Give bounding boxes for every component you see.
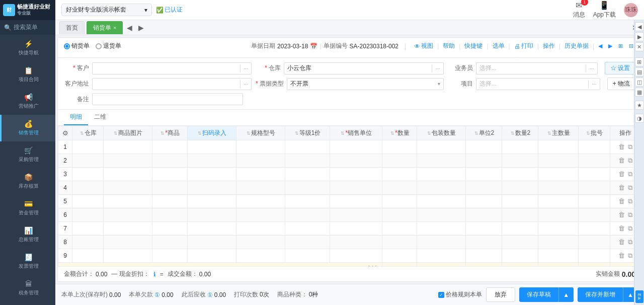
rf-col-btn[interactable]: ◫ (635, 78, 644, 87)
rf-close-btn[interactable]: ✕ (635, 42, 644, 51)
tab-detail[interactable]: 明细 (64, 110, 88, 125)
set-btn[interactable]: ☆ 设置 (605, 62, 635, 74)
debt-info-icon[interactable]: ① (154, 291, 160, 298)
rf-list-btn[interactable]: ▤ (635, 67, 644, 77)
sidebar-item-tax[interactable]: 🏛 税务管理 (0, 275, 55, 301)
table-container[interactable]: ⚙ ⇅仓库 ⇅商品图片 ⇅*商品 (58, 126, 641, 266)
shortcut-btn[interactable]: 快捷键 (462, 41, 485, 51)
calendar-icon[interactable]: 📅 (310, 43, 317, 50)
tab-home[interactable]: 首页 (59, 21, 85, 34)
sidebar-item-quick-nav[interactable]: ⚡ 快捷导航 (0, 35, 55, 61)
customer-input[interactable]: ··· (92, 62, 252, 74)
sidebar-item-sales[interactable]: 💰 销售管理 (0, 115, 55, 141)
row-delete-btn[interactable]: 🗑 (617, 251, 626, 260)
row-copy-btn[interactable]: ⧉ (626, 224, 634, 233)
tab-sale-order[interactable]: 销货单 × (87, 21, 123, 34)
sidebar-item-accounting[interactable]: 📊 总账管理 (0, 221, 55, 248)
next-record-btn[interactable]: ▶ (606, 42, 614, 50)
row-copy-btn[interactable]: ⧉ (626, 156, 634, 165)
col-sort-icon4[interactable]: ⇅ (198, 131, 202, 136)
sidebar-item-invoice[interactable]: 🧾 发票管理 (0, 248, 55, 275)
remark-input[interactable] (92, 93, 243, 105)
table-row[interactable]: 7🗑⧉ (58, 222, 641, 236)
table-row[interactable]: 1🗑⧉ (58, 140, 641, 154)
help-btn[interactable]: 帮助 (441, 41, 457, 51)
table-row[interactable]: 9🗑⧉ (58, 249, 641, 263)
save-new-btn[interactable]: 保存并新增 (578, 287, 623, 302)
col-sort-icon[interactable]: ⇅ (80, 131, 84, 136)
warehouse-input[interactable]: 小云仓库 ··· (284, 62, 443, 74)
radio-return[interactable]: 退货单 (96, 42, 121, 50)
save-draft-arrow-btn[interactable]: ▲ (558, 287, 574, 302)
project-input[interactable]: 选择... ··· (476, 78, 600, 90)
col-sort-icon3[interactable]: ⇅ (160, 131, 165, 136)
history-btn[interactable]: 历史单据 (562, 41, 591, 51)
row-delete-btn[interactable]: 🗑 (617, 183, 626, 192)
warehouse-lookup-btn[interactable]: ··· (432, 64, 443, 72)
rf-table-btn[interactable]: ▦ (635, 88, 644, 97)
row-delete-btn[interactable]: 🗑 (617, 156, 626, 165)
sidebar-item-marketing[interactable]: 📢 营销推广 (0, 88, 55, 115)
row-copy-btn[interactable]: ⧉ (626, 238, 634, 247)
rf-blue-bar[interactable]: Ea (635, 290, 643, 303)
tab-2d[interactable]: 二维 (88, 110, 112, 125)
row-delete-btn[interactable]: 🗑 (617, 197, 626, 205)
table-row[interactable]: 8🗑⧉ (58, 236, 641, 249)
rf-next-btn[interactable]: ▶ (635, 32, 644, 41)
list-view-btn[interactable]: ⊞ (616, 42, 625, 50)
salesperson-lookup-btn[interactable]: ··· (586, 64, 597, 72)
row-copy-btn[interactable]: ⧉ (626, 210, 634, 219)
tab-prev-btn[interactable]: ◀ (125, 23, 134, 33)
sidebar-item-purchase[interactable]: 🛒 采购管理 (0, 141, 55, 168)
rf-grid-btn[interactable]: ⊞ (635, 57, 644, 66)
col-sort-icon13[interactable]: ⇅ (586, 131, 590, 136)
row-delete-btn[interactable]: 🗑 (617, 142, 626, 151)
col-sort-icon2[interactable]: ⇅ (114, 131, 118, 136)
customer-text-input[interactable] (93, 63, 240, 73)
sidebar-search[interactable]: 🔍 搜索菜单 (0, 20, 55, 35)
app-download-btn[interactable]: 📱 App下载 (593, 1, 616, 19)
table-row[interactable]: 4🗑⧉ (58, 181, 641, 195)
receivable-info-icon[interactable]: ① (207, 291, 213, 298)
table-row[interactable]: 5🗑⧉ (58, 195, 641, 208)
op-btn[interactable]: 操作 (541, 41, 557, 51)
rf-half-btn[interactable]: ◑ (635, 114, 644, 123)
col-settings[interactable]: ⚙ (58, 126, 72, 140)
col-sort-icon9[interactable]: ⇅ (427, 131, 431, 136)
row-delete-btn[interactable]: 🗑 (617, 224, 626, 233)
col-sort-icon11[interactable]: ⇅ (511, 131, 515, 136)
print-btn[interactable]: 🖨打印 (512, 41, 535, 51)
row-copy-btn[interactable]: ⧉ (626, 170, 634, 179)
prev-record-btn[interactable]: ◀ (596, 42, 604, 50)
abandon-btn[interactable]: 放弃 (486, 287, 515, 302)
price-rule-checkbox[interactable]: ✓ 价格规则本单 (438, 290, 482, 299)
company-selector[interactable]: 好业财专业版演示帐套 ▾ (61, 4, 152, 16)
select-order-btn[interactable]: 选单 (491, 41, 507, 51)
row-copy-btn[interactable]: ⧉ (626, 197, 634, 206)
sidebar-item-inventory[interactable]: 📦 库存核算 (0, 168, 55, 195)
tab-close-icon[interactable]: × (113, 25, 116, 31)
sidebar-item-project[interactable]: 📋 项目合同 (0, 61, 55, 88)
invoice-select[interactable]: 不开票 ▾ (287, 78, 443, 90)
rf-prev-btn[interactable]: ◀ (635, 22, 644, 31)
row-copy-btn[interactable]: ⧉ (626, 142, 634, 151)
radio-sale[interactable]: 销货单 (64, 42, 90, 50)
table-row[interactable]: 6🗑⧉ (58, 208, 641, 222)
col-sort-icon7[interactable]: ⇅ (341, 131, 345, 136)
table-row[interactable]: 2🗑⧉ (58, 154, 641, 168)
address-lookup-btn[interactable]: ··· (240, 80, 251, 88)
sidebar-item-fixed-assets[interactable]: 🏢 固定资产 (0, 301, 55, 305)
customer-lookup-btn[interactable]: ··· (240, 64, 251, 72)
row-copy-btn[interactable]: ⧉ (626, 251, 634, 260)
tab-next-btn[interactable]: ▶ (136, 23, 146, 33)
sidebar-item-funds[interactable]: 💳 资金管理 (0, 195, 55, 221)
rf-star-btn[interactable]: ★ (635, 101, 644, 110)
address-input[interactable]: ··· (92, 78, 252, 90)
salesperson-input[interactable]: 选择... ··· (476, 62, 598, 74)
add-btn[interactable]: + 物流 (607, 78, 635, 90)
view-btn[interactable]: 👁视图 (412, 41, 435, 51)
row-delete-btn[interactable]: 🗑 (617, 238, 626, 246)
save-draft-btn[interactable]: 保存草稿 (519, 287, 558, 302)
user-avatar[interactable]: 珠珠 (624, 3, 638, 17)
row-delete-btn[interactable]: 🗑 (617, 170, 626, 178)
